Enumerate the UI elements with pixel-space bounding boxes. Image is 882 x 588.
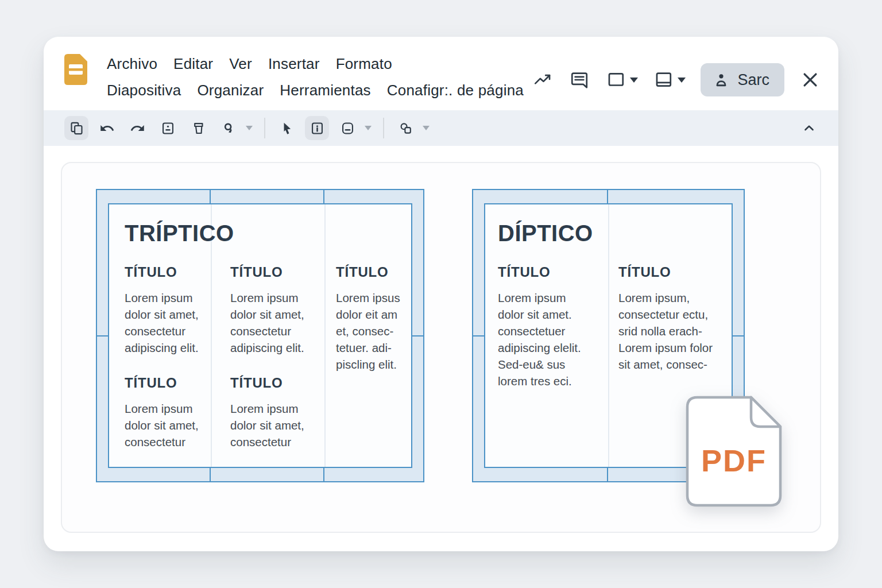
share-button-label: Sarc [737,71,769,89]
chevron-down-icon[interactable] [365,126,372,130]
menu-bar: Archivo Editar Ver Insertar Formato Diap… [107,52,532,110]
section-body: Lorem ipsum dolor sit amet, consectetur … [125,289,216,356]
section-body: Lorem ipsus dolor eit am et, consec- tet… [336,289,408,373]
paint-format-icon[interactable] [186,116,210,140]
toolbar-divider [264,118,265,138]
section-heading: TÍTULO [336,264,388,280]
column-separator [324,204,326,467]
slide-canvas[interactable]: TRÍPTICO TÍTULO Lorem ipsum dolor sit am… [61,162,821,533]
duplicate-slide-icon[interactable] [64,116,88,140]
shapes-icon[interactable] [393,116,417,140]
triptico-page[interactable]: TRÍPTICO TÍTULO Lorem ipsum dolor sit am… [108,203,412,468]
section-heading: TÍTULO [498,264,550,280]
menu-formato[interactable]: Formato [336,55,392,73]
share-button[interactable]: Sarc [701,63,784,96]
section-body: Lorem ipsum, consectetur ectu, srid noll… [618,289,728,373]
menu-archivo[interactable]: Archivo [107,55,157,73]
placeholder-icon[interactable] [335,116,359,140]
collapse-toolbar-icon[interactable] [797,116,821,140]
chevron-down-icon [678,78,686,83]
menu-insertar[interactable]: Insertar [268,55,320,73]
chevron-down-icon [630,78,638,83]
select-cursor-icon[interactable] [274,116,299,140]
comment-icon[interactable] [568,69,590,91]
pdf-label: PDF [701,443,767,478]
pdf-file-icon[interactable]: PDF [684,394,783,508]
desktop-background: Archivo Editar Ver Insertar Formato Diap… [0,0,882,588]
undo-icon[interactable] [95,116,119,140]
menu-herramientas[interactable]: Herramientas [280,82,370,99]
section-heading: TÍTULO [230,375,283,391]
slides-app-icon[interactable] [63,53,88,86]
layout-rectangle-icon [653,69,675,91]
textbox-icon[interactable] [305,116,329,140]
activity-trending-icon[interactable] [532,69,554,91]
page-title: TRÍPTICO [125,220,234,246]
app-header: Archivo Editar Ver Insertar Formato Diap… [44,37,838,110]
menu-ver[interactable]: Ver [229,55,252,73]
chevron-down-icon[interactable] [246,126,253,130]
section-heading: TÍTULO [230,264,283,280]
triptico-document[interactable]: TRÍPTICO TÍTULO Lorem ipsum dolor sit am… [96,189,424,482]
toolbar [44,110,838,146]
menu-configuracion-pagina[interactable]: Conafigr:. de página [387,82,524,99]
zoom-icon[interactable] [216,116,241,140]
section-body: Lorem ipsum dolor sit amet, consectetur … [230,289,322,356]
chevron-down-icon[interactable] [423,126,430,130]
new-slide-icon[interactable] [156,116,180,140]
page-title: DÍPTICO [498,220,593,246]
layout-control[interactable] [653,69,686,91]
app-window: Archivo Editar Ver Insertar Formato Diap… [44,37,838,551]
section-body: Lorem ipsum dolor sit amet, consectetur [125,400,216,450]
section-heading: TÍTULO [618,264,671,280]
menu-organizar[interactable]: Organizar [197,82,264,99]
present-mode-control[interactable] [605,69,638,91]
person-icon [712,71,730,89]
section-body: Lorem ipsum dolor sit amet. consectetuer… [498,289,601,389]
close-icon[interactable] [799,69,821,91]
section-heading: TÍTULO [125,375,177,391]
section-body: Lorem ipsum dolor sit amet, consectetur [230,400,322,450]
header-controls: Sarc [532,63,821,96]
menu-editar[interactable]: Editar [173,55,213,73]
present-rectangle-icon [605,69,627,91]
menu-diapositiva[interactable]: Diapositiva [107,82,181,99]
column-separator [608,204,609,467]
section-heading: TÍTULO [125,264,177,280]
toolbar-divider [383,118,384,138]
redo-icon[interactable] [125,116,149,140]
